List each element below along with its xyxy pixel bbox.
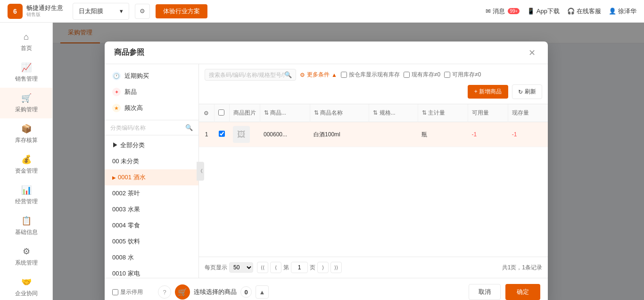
cancel-button[interactable]: 取消 [469,284,501,300]
checkbox-warehouse-stock[interactable]: 按仓库显示现有库存 [341,71,400,79]
sort-icon: ⇅ [373,109,378,116]
first-page-button[interactable]: ⟨⟨ [257,262,268,273]
nav-dropdown[interactable]: 日太阳膜 ▾ [73,3,129,20]
refresh-button[interactable]: ↻ 刷新 [512,84,542,99]
checkbox-nonzero-stock[interactable]: 现有库存≠0 [404,71,440,79]
show-disabled-checkbox[interactable] [112,289,118,295]
available-stock-checkbox[interactable] [444,72,450,78]
category-search-icon[interactable]: 🔍 [185,124,193,131]
category-item-0002[interactable]: 0002 茶叶 [105,185,198,201]
select-all-checkbox[interactable] [218,109,224,116]
sidebar-item-inventory[interactable]: 📦 库存核算 [0,118,52,149]
sidebar-item-finance[interactable]: 💰 资金管理 [0,149,52,180]
sidebar-item-home[interactable]: ⌂ 首页 [0,26,52,57]
more-filters-button[interactable]: ⚙ 更多条件 ▲ [300,71,337,79]
online-service-button[interactable]: 🎧 在线客服 [567,7,601,16]
category-item-0003[interactable]: 0003 水果 [105,201,198,217]
th-product-image: 商品图片 [229,104,260,122]
modal-header: 商品参照 ✕ [105,42,548,64]
quick-link-recent-label: 近期购买 [124,72,149,80]
category-item-0001[interactable]: ▶ 0001 酒水 [105,169,198,185]
help-icon[interactable]: ? [158,285,171,299]
nav-dropdown-label: 日太阳膜 [79,7,103,16]
sales-icon: 📈 [21,62,32,73]
username-label: 徐泽华 [618,7,636,16]
refresh-icon: ↻ [518,89,523,95]
quick-link-new[interactable]: ✦ 新品 [105,84,198,100]
row-checkbox[interactable] [219,131,225,137]
sidebar-item-business[interactable]: 📊 经营管理 [0,180,52,210]
collapse-cart-button[interactable]: ▲ [256,285,269,299]
td-row-num: 1 [199,122,214,147]
sidebar-label-purchase: 采购管理 [15,106,38,114]
th-unit[interactable]: ⇅ 主计量 [418,104,468,122]
category-item-0005[interactable]: 0005 饮料 [105,233,198,250]
modal-close-button[interactable]: ✕ [525,46,538,59]
sidebar-item-collab[interactable]: 🤝 企业协同 [0,272,52,300]
td-spec [369,122,418,147]
category-label: ▶ 全部分类 [112,141,145,150]
page-info: 共1页，1条记录 [502,264,542,272]
sidebar-item-system[interactable]: ⚙ 系统管理 [0,241,52,272]
last-page-button[interactable]: ⟩⟩ [330,262,342,273]
user-profile[interactable]: 👤 徐泽华 [609,7,636,16]
modal-body: 🕐 近期购买 ✦ 新品 ★ 频次高 [105,64,548,278]
cart-section: ? 🛒 连续选择的商品 0 ▲ [158,284,269,300]
logo: 6 畅捷通好生意 销售版 [8,4,63,19]
page-number-input[interactable] [291,262,308,273]
page-size-select[interactable]: 50 100 200 [229,262,253,273]
th-product-code[interactable]: ⇅ 商品... [260,104,310,122]
category-item-00[interactable]: 00 未分类 [105,153,198,169]
quick-link-recent[interactable]: 🕐 近期购买 [105,68,198,84]
cart-icon[interactable]: 🛒 [175,284,190,300]
quick-link-frequent[interactable]: ★ 频次高 [105,100,198,116]
category-search-input[interactable] [110,125,185,131]
chevron-up-icon: ▲ [331,72,337,78]
warehouse-stock-checkbox[interactable] [341,72,347,78]
td-unit: 瓶 [418,122,468,147]
next-page-button[interactable]: ⟩ [317,262,329,273]
inventory-icon: 📦 [21,123,32,134]
collapse-panel-button[interactable]: 《 [197,162,204,181]
category-item-all[interactable]: ▶ 全部分类 [105,137,198,153]
trial-button[interactable]: 体验行业方案 [156,4,207,18]
th-select-all[interactable] [214,104,229,122]
add-product-button[interactable]: + 新增商品 [468,85,508,99]
available-stock-label: 可用库存≠0 [452,71,481,79]
checkbox-available-stock[interactable]: 可用库存≠0 [444,71,481,79]
th-available[interactable]: 可用量 [468,104,508,122]
td-available: -1 [468,122,508,147]
category-item-0008[interactable]: 0008 水 [105,250,198,266]
category-label: 0004 零食 [112,221,140,230]
category-label: 0003 水果 [112,205,140,214]
table-row[interactable]: 1 🖼 000600... 白酒100ml 瓶 -1 [199,122,548,147]
td-checkbox[interactable] [214,122,229,147]
prev-page-button[interactable]: ⟨ [270,262,281,273]
th-product-name[interactable]: ⇅ 商品名称 [310,104,369,122]
category-item-0010[interactable]: 0010 家电 [105,266,198,278]
product-reference-modal: 商品参照 ✕ 🕐 近期购买 ✦ 新品 [105,42,548,300]
category-item-0004[interactable]: 0004 零食 [105,217,198,233]
settings-icon[interactable]: ⚙ [135,4,150,19]
th-settings[interactable]: ⚙ [199,104,214,122]
search-icon[interactable]: 🔍 [284,71,292,78]
th-stock[interactable]: 现存量 [508,104,548,122]
td-product-name: 白酒100ml [310,122,369,147]
page-size-selector: 每页显示 50 100 200 [205,262,253,273]
messages-button[interactable]: ✉ 消息 99+ [486,7,519,16]
sidebar-item-purchase[interactable]: 🛒 采购管理 [0,88,52,118]
show-disabled-checkbox-label[interactable]: 显示停用 [112,288,143,296]
nonzero-stock-checkbox[interactable] [404,72,410,78]
sidebar-item-sales[interactable]: 📈 销售管理 [0,57,52,88]
sort-icon: ⇅ [264,109,269,116]
confirm-button[interactable]: 确定 [505,284,540,300]
app-download-button[interactable]: 📱 App下载 [527,7,560,16]
nav-right: ✉ 消息 99+ 📱 App下载 🎧 在线客服 👤 徐泽华 [486,7,636,16]
quick-link-frequent-label: 频次高 [124,104,143,112]
sidebar-label-home: 首页 [21,44,32,52]
collab-icon: 🤝 [21,276,32,288]
td-product-image: 🖼 [229,122,260,147]
th-spec[interactable]: ⇅ 规格... [369,104,418,122]
sidebar-item-basic[interactable]: 📋 基础信息 [0,210,52,241]
product-search-input[interactable] [209,72,284,78]
